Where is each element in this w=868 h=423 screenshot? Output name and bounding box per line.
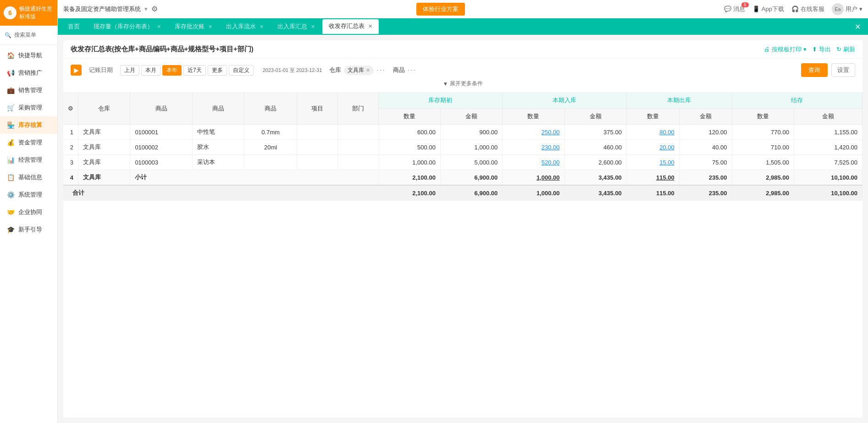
col-warehouse-header: 仓库: [78, 93, 130, 125]
tab-close-inout-flow[interactable]: ✕: [260, 24, 264, 30]
row-in-qty[interactable]: 250.00: [503, 125, 564, 140]
col-closing-header: 结存: [732, 93, 862, 109]
row-close-amt: 7,525.00: [794, 155, 862, 170]
date-custom-btn[interactable]: 自定义: [229, 65, 254, 76]
subtotal-in-qty[interactable]: 1,000.00: [503, 170, 564, 186]
purchase-icon: 🛒: [6, 104, 15, 112]
tab-inventory-dist[interactable]: 现存量（库存分布表） ✕: [87, 20, 167, 33]
data-table-container: ⚙ 仓库 商品 商品 商品 项目 部门 库存期初 本期入库 本期出库 结存 数量: [63, 93, 862, 418]
tab-batch-account[interactable]: 库存批次账 ✕: [168, 20, 219, 33]
finance-icon: 💰: [6, 138, 15, 147]
subtotal-in-amt: 3,435.00: [564, 170, 626, 186]
product-label: 商品: [393, 66, 405, 74]
row-in-qty[interactable]: 230.00: [503, 140, 564, 155]
sidebar-item-newbie[interactable]: 🎓 新手引导: [0, 221, 57, 238]
marketing-icon: 📢: [6, 69, 15, 77]
tab-inout-flow[interactable]: 出入库流水 ✕: [220, 20, 270, 33]
row-spec: [244, 155, 297, 170]
sidebar-item-system[interactable]: ⚙️ 系统管理: [0, 186, 57, 203]
print-icon: 🖨: [764, 46, 770, 53]
search-menu-button[interactable]: 🔍 搜索菜单: [5, 29, 53, 41]
col-settings-header[interactable]: ⚙: [63, 93, 78, 125]
user-menu-button[interactable]: Ea 用户 ▾: [832, 3, 862, 15]
total-close-qty: 2,985.00: [732, 185, 794, 201]
message-icon: 💬: [724, 5, 731, 12]
subtotal-open-amt: 6,900.00: [440, 170, 502, 186]
sidebar-item-operation[interactable]: 📊 经营管理: [0, 151, 57, 169]
trial-button[interactable]: 体验行业方案: [416, 3, 465, 16]
date-this-year-btn[interactable]: 本年: [162, 65, 182, 76]
warehouse-more-button[interactable]: ···: [376, 66, 385, 74]
product-filter: 商品 ···: [393, 66, 416, 74]
total-in-amt: 3,435.00: [564, 185, 626, 201]
online-service-button[interactable]: 🎧 在线客服: [791, 5, 824, 13]
tab-inout-summary[interactable]: 出入库汇总 ✕: [271, 20, 321, 33]
sidebar-item-purchase[interactable]: 🛒 采购管理: [0, 99, 57, 116]
page-header: 收发存汇总表(按仓库+商品编码+商品+规格型号+项目+部门) 🖨 按模板打印 ▾…: [63, 40, 862, 59]
row-out-qty[interactable]: 80.00: [626, 125, 679, 140]
tab-stock-summary[interactable]: 收发存汇总表 ✕: [322, 19, 379, 34]
row-in-amt: 460.00: [564, 140, 626, 155]
row-in-amt: 375.00: [564, 125, 626, 140]
refresh-button[interactable]: ↻ 刷新: [836, 45, 855, 54]
subtotal-out-qty[interactable]: 115.00: [626, 170, 679, 186]
date-7days-btn[interactable]: 近7天: [183, 65, 206, 76]
sidebar-search-section: 🔍 搜索菜单: [0, 26, 57, 45]
col-in-qty-header: 数量: [503, 109, 564, 125]
tab-close-inout-summary[interactable]: ✕: [311, 24, 315, 30]
query-button[interactable]: 查询: [801, 63, 828, 77]
table-row: 2 文具库 0100002 胶水 20ml 500.00 1,000.00 23…: [63, 140, 862, 155]
settings-button[interactable]: 设置: [831, 63, 855, 77]
close-all-tabs-button[interactable]: ✕: [851, 21, 864, 33]
warehouse-tag-remove[interactable]: ✕: [366, 67, 370, 73]
tab-close-batch-account[interactable]: ✕: [208, 24, 212, 30]
filter-toggle-button[interactable]: ▶: [71, 65, 82, 76]
row-no: 3: [63, 155, 78, 170]
date-this-month-btn[interactable]: 本月: [141, 65, 160, 76]
sidebar-item-enterprise[interactable]: 🤝 企业协同: [0, 203, 57, 221]
expand-filter-button[interactable]: ▼ 展开更多条件: [71, 80, 855, 88]
row-in-qty[interactable]: 520.00: [503, 155, 564, 170]
row-close-qty: 1,505.00: [732, 155, 794, 170]
total-open-amt: 6,900.00: [440, 185, 502, 201]
print-chevron-icon: ▾: [803, 46, 807, 53]
col-out-header: 本期出库: [626, 93, 732, 109]
settings-icon[interactable]: ⚙: [151, 5, 158, 13]
refresh-icon: ↻: [836, 46, 841, 53]
row-out-qty[interactable]: 20.00: [626, 140, 679, 155]
print-button[interactable]: 🖨 按模板打印 ▾: [764, 45, 807, 54]
sidebar-item-inventory[interactable]: 🏪 库存核算: [0, 116, 57, 134]
sidebar-item-basic-info[interactable]: 📋 基础信息: [0, 169, 57, 186]
tab-home[interactable]: 首页: [61, 20, 86, 33]
row-close-amt: 1,155.00: [794, 125, 862, 140]
app-download-button[interactable]: 📱 App下载: [752, 5, 784, 13]
subtotal-label: 小计: [130, 170, 378, 186]
user-chevron-icon: ▾: [859, 5, 862, 12]
sidebar-item-sales[interactable]: 💼 销售管理: [0, 82, 57, 99]
row-in-amt: 2,600.00: [564, 155, 626, 170]
table-row: 3 文具库 0100003 采访本 1,000.00 5,000.00 520.…: [63, 155, 862, 170]
date-more-btn[interactable]: 更多: [208, 65, 227, 76]
col-in-header: 本期入库: [503, 93, 627, 109]
row-name: 胶水: [192, 140, 244, 155]
sidebar-item-finance[interactable]: 💰 资金管理: [0, 134, 57, 151]
row-project: [297, 155, 337, 170]
tab-close-inventory-dist[interactable]: ✕: [157, 24, 161, 30]
row-out-qty[interactable]: 15.00: [626, 155, 679, 170]
row-spec: 0.7mm: [244, 125, 297, 140]
date-prev-month-btn[interactable]: 上月: [120, 65, 139, 76]
sales-icon: 💼: [6, 86, 15, 94]
total-out-amt: 235.00: [679, 185, 732, 201]
sidebar-item-quick-nav[interactable]: 🏠 快捷导航: [0, 47, 57, 64]
system-name: 装备及固定资产辅助管理系统: [63, 5, 141, 13]
export-button[interactable]: ⬆ 导出: [812, 45, 831, 54]
row-name: 采访本: [192, 155, 244, 170]
sidebar-item-marketing[interactable]: 📢 营销推广: [0, 64, 57, 82]
main-area: 装备及固定资产辅助管理系统 ▾ ⚙ 体验行业方案 💬 消息 6 📱 App下载 …: [58, 0, 868, 423]
tab-close-stock-summary[interactable]: ✕: [368, 23, 372, 29]
col-name-header: 商品: [192, 93, 244, 125]
message-button[interactable]: 💬 消息 6: [724, 5, 745, 13]
row-code: 0100002: [130, 140, 192, 155]
product-more-button[interactable]: ···: [408, 66, 416, 74]
system-icon: ⚙️: [6, 191, 15, 199]
